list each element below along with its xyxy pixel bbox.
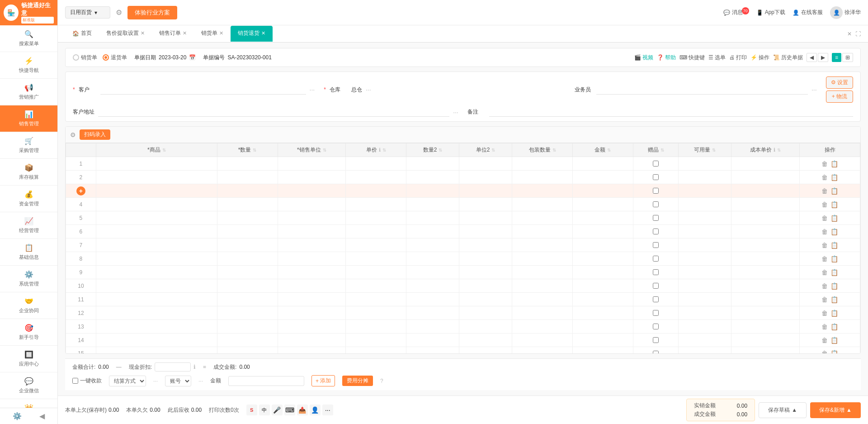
gift-checkbox[interactable] — [653, 215, 659, 221]
sort-avail-icon[interactable]: ⇅ — [712, 148, 716, 152]
help-btn[interactable]: ❓ 帮助 — [657, 54, 676, 62]
sidebar-item-sales[interactable]: 📊 销售管理 — [0, 105, 57, 132]
gift-checkbox[interactable] — [653, 310, 659, 316]
row-qty[interactable] — [217, 157, 278, 171]
sort-qty2-icon[interactable]: ⇅ — [439, 148, 442, 152]
save-draft-button[interactable]: 保存草稿 ▲ — [759, 402, 807, 418]
expense-help-icon[interactable]: ? — [380, 378, 383, 384]
person-icon[interactable]: 👤 — [310, 405, 321, 415]
row-qty[interactable] — [217, 184, 278, 198]
view-grid-btn[interactable]: ⊞ — [842, 53, 853, 62]
sidebar-item-appcenter[interactable]: 🔲 应用中心 — [0, 346, 57, 372]
sidebar-collapse-icon[interactable]: ◀ — [39, 412, 45, 420]
row-qty2[interactable] — [406, 184, 459, 198]
staff-select-icon[interactable]: ··· — [811, 86, 817, 93]
table-settings-icon[interactable]: ⚙ — [70, 131, 76, 138]
row-unit2[interactable] — [459, 184, 512, 198]
copy-row-icon[interactable]: 📋 — [830, 323, 838, 330]
copy-row-icon[interactable]: 📋 — [830, 160, 838, 167]
gift-checkbox[interactable] — [653, 256, 659, 262]
copy-row-icon[interactable]: 📋 — [830, 337, 838, 344]
mic-icon[interactable]: 🎤 — [272, 405, 283, 415]
warehouse-select-icon[interactable]: ··· — [366, 86, 371, 93]
tab-home[interactable]: 🏠 首页 — [65, 26, 99, 42]
close-window-icon[interactable]: ✕ — [847, 31, 852, 37]
category-select[interactable]: 日用百货 ▾ — [65, 6, 110, 19]
sidebar-item-weixin[interactable]: 💬 企业微信 — [0, 372, 57, 399]
tab-price-settings-close[interactable]: ✕ — [141, 30, 145, 36]
sort-gift-icon[interactable]: ⇅ — [660, 148, 664, 152]
row-cost[interactable] — [731, 184, 800, 198]
history-btn[interactable]: 📜 历史单据 — [773, 54, 803, 62]
sort-unit2-icon[interactable]: ⇅ — [491, 148, 495, 152]
prev-record-btn[interactable]: ◀ — [807, 53, 817, 62]
zh-icon[interactable]: 中 — [259, 405, 270, 415]
active-product-input[interactable] — [99, 188, 214, 194]
tab-sales-order-close[interactable]: ✕ — [183, 30, 187, 36]
account-select[interactable]: 账号 — [165, 376, 191, 386]
save-and-new-button[interactable]: 保存&新增 ▲ — [810, 402, 861, 418]
row-price[interactable] — [346, 171, 406, 184]
row-pack[interactable] — [512, 184, 573, 198]
row-cost[interactable] — [731, 157, 800, 171]
delete-row-icon[interactable]: 🗑 — [821, 269, 828, 276]
next-record-btn[interactable]: ▶ — [818, 53, 828, 62]
app-download-item[interactable]: 📱 App下载 — [756, 9, 785, 16]
remark-input[interactable] — [489, 107, 853, 117]
sort-pack-icon[interactable]: ⇅ — [552, 148, 556, 152]
delete-row-icon[interactable]: 🗑 — [821, 187, 828, 195]
more-icon[interactable]: ··· — [322, 405, 333, 415]
address-input[interactable] — [98, 107, 449, 117]
tab-sales-return[interactable]: 销货退货 ✕ — [231, 26, 273, 42]
shortcut-btn[interactable]: ⌨ 快捷键 — [679, 54, 705, 62]
row-amount[interactable] — [573, 171, 633, 184]
copy-row-icon[interactable]: 📋 — [830, 187, 838, 195]
sidebar-item-marketing[interactable]: 📢 营销推广 — [0, 79, 57, 105]
row-pack[interactable] — [512, 171, 573, 184]
sidebar-settings-icon[interactable]: ⚙️ — [13, 412, 22, 420]
select-btn[interactable]: ☰ 选单 — [708, 54, 726, 62]
maximize-window-icon[interactable]: ⛶ — [855, 31, 861, 37]
gift-checkbox[interactable] — [653, 351, 659, 353]
discount-input[interactable] — [155, 362, 191, 372]
copy-row-icon[interactable]: 📋 — [830, 255, 838, 262]
row-unit[interactable] — [278, 171, 346, 184]
row-qty2[interactable] — [406, 157, 459, 171]
table-scroll-area[interactable]: *商品 ⇅ *数量 ⇅ — [66, 143, 860, 353]
gift-checkbox[interactable] — [653, 174, 659, 180]
delete-row-icon[interactable]: 🗑 — [821, 201, 828, 208]
sidebar-item-member[interactable]: 👑 畅会员 — [0, 399, 57, 408]
th-price-info-icon[interactable]: ℹ — [379, 147, 381, 153]
product-input[interactable] — [99, 161, 214, 167]
settings-gear-icon[interactable]: ⚙ — [116, 8, 122, 17]
sort-amount-icon[interactable]: ⇅ — [607, 148, 611, 152]
sidebar-item-quicknav[interactable]: ⚡ 快捷导航 — [0, 52, 57, 79]
radio-sales-delivery[interactable]: 销货单 — [73, 54, 97, 62]
settle-dots-icon[interactable]: ··· — [153, 378, 158, 384]
discount-info-icon[interactable]: ℹ — [193, 364, 196, 370]
sidebar-item-finance[interactable]: 💰 资金管理 — [0, 186, 57, 212]
delete-row-icon[interactable]: 🗑 — [821, 282, 828, 290]
keyboard-icon[interactable]: ⌨ — [284, 405, 295, 415]
staff-input[interactable] — [596, 85, 808, 95]
tab-price-settings[interactable]: 售价提取设置 ✕ — [99, 26, 152, 42]
copy-row-icon[interactable]: 📋 — [830, 242, 838, 249]
delete-row-icon[interactable]: 🗑 — [821, 214, 828, 222]
delete-row-icon[interactable]: 🗑 — [821, 174, 828, 181]
row-product[interactable] — [96, 171, 217, 184]
experience-button[interactable]: 体验行业方案 — [127, 6, 177, 19]
settle-method-select[interactable]: 结算方式 — [109, 376, 146, 386]
sidebar-item-inventory[interactable]: 📦 库存核算 — [0, 159, 57, 186]
row-unit2[interactable] — [459, 157, 512, 171]
gift-checkbox[interactable] — [653, 161, 659, 167]
s-icon[interactable]: S — [246, 405, 257, 415]
copy-row-icon[interactable]: 📋 — [830, 201, 838, 208]
print-btn[interactable]: 🖨 打印 — [729, 54, 747, 62]
tab-sales-order[interactable]: 销售订单 ✕ — [152, 26, 194, 42]
quick-pay-input[interactable] — [72, 378, 78, 384]
sort-price-icon[interactable]: ⇅ — [382, 148, 386, 152]
row-unit2[interactable] — [459, 171, 512, 184]
user-profile[interactable]: 👤 徐泽华 — [830, 6, 861, 19]
video-btn[interactable]: 🎬 视频 — [634, 54, 653, 62]
sidebar-item-guide[interactable]: 🎯 新手引导 — [0, 319, 57, 346]
